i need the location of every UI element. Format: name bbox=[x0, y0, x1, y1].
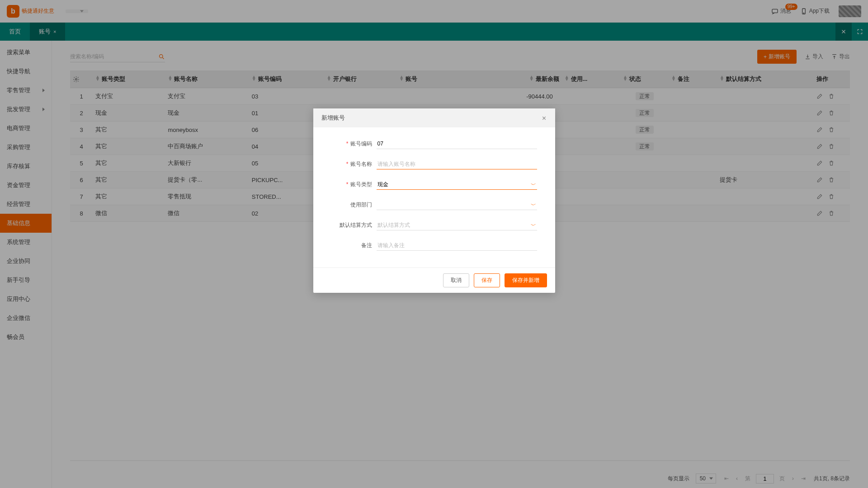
modal-overlay: 新增账号 账号编码 账号名称 账号类型 ﹀ 使用部门 bbox=[0, 0, 868, 488]
name-input[interactable] bbox=[377, 159, 537, 169]
save-button[interactable]: 保存 bbox=[474, 273, 500, 287]
modal-header: 新增账号 bbox=[313, 108, 555, 127]
modal-footer: 取消 保存 保存并新增 bbox=[313, 267, 555, 293]
modal-close-button[interactable] bbox=[541, 115, 547, 121]
cancel-button[interactable]: 取消 bbox=[443, 273, 469, 287]
remark-label: 备注 bbox=[331, 242, 377, 249]
add-account-modal: 新增账号 账号编码 账号名称 账号类型 ﹀ 使用部门 bbox=[313, 108, 555, 293]
settle-label: 默认结算方式 bbox=[331, 221, 377, 229]
settle-select[interactable] bbox=[377, 220, 537, 230]
type-label: 账号类型 bbox=[331, 181, 377, 188]
name-label: 账号名称 bbox=[331, 160, 377, 168]
code-label: 账号编码 bbox=[331, 140, 377, 148]
save-and-new-button[interactable]: 保存并新增 bbox=[505, 273, 547, 287]
modal-body: 账号编码 账号名称 账号类型 ﹀ 使用部门 ﹀ bbox=[313, 127, 555, 267]
modal-title: 新增账号 bbox=[321, 114, 345, 122]
code-input[interactable] bbox=[377, 139, 537, 149]
dept-label: 使用部门 bbox=[331, 201, 377, 209]
close-icon bbox=[541, 115, 547, 121]
remark-input[interactable] bbox=[377, 240, 537, 251]
type-select[interactable] bbox=[377, 179, 537, 190]
dept-select[interactable] bbox=[377, 200, 537, 210]
